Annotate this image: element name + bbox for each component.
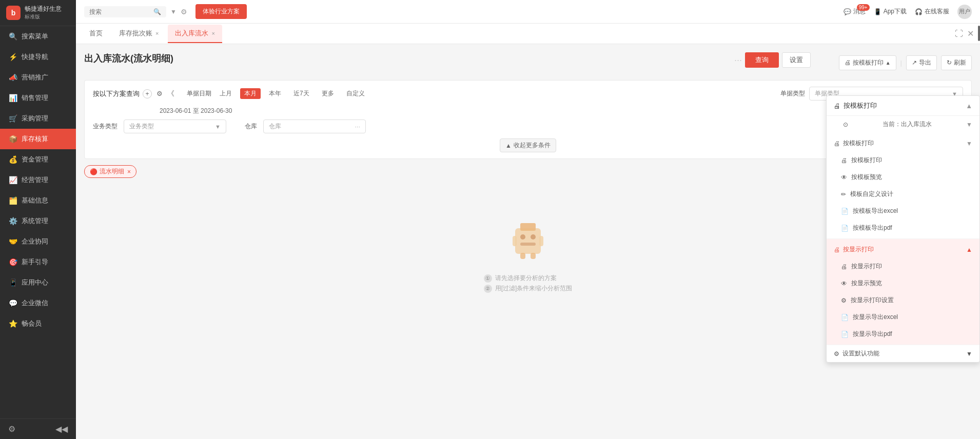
refresh-btn[interactable]: ↻ 刷新 [941, 55, 972, 70]
sidebar-item-operations[interactable]: 📈 经营管理 [0, 170, 76, 190]
tab-batch-close[interactable]: × [155, 30, 159, 36]
display-export-excel-item[interactable]: 📄 按显示导出excel [827, 309, 979, 326]
main-area: 🔍 ▼ ⚙ 体验行业方案 💬 消息 99+ 📱 App下载 🎧 在线客服 用户 [76, 0, 980, 439]
tab-flow-label: 出入库流水 [175, 29, 208, 38]
date-tag-custom[interactable]: 自定义 [342, 88, 369, 99]
date-section: 上月 本月 本年 近7天 更多 自定义 [215, 88, 369, 99]
sidebar-item-label: 经营管理 [22, 175, 48, 185]
footer-collapse-icon[interactable]: ◀◀ [55, 424, 68, 434]
sidebar-item-label: 营销推广 [22, 73, 48, 82]
sidebar-item-guide[interactable]: 🎯 新手引导 [0, 252, 76, 272]
sidebar-item-search[interactable]: 🔍 搜索菜单 [0, 26, 76, 47]
template-customize-item[interactable]: ✏ 模板自定义设计 [827, 186, 979, 203]
trial-button[interactable]: 体验行业方案 [195, 4, 247, 19]
more-options-icon[interactable]: ··· [734, 55, 742, 66]
date-tag-current-month[interactable]: 本月 [240, 88, 261, 99]
dropdown-footer[interactable]: ⚙ 设置默认功能 ▼ [827, 345, 979, 362]
tab-bar: 首页 库存批次账 × 出入库流水 × ⛶ ✕ [76, 24, 980, 44]
template-print-header[interactable]: 🖨 按模板打印 ▼ [827, 135, 979, 152]
template-export-excel-item[interactable]: 📄 按模板导出excel [827, 203, 979, 220]
business-type-select[interactable]: 业务类型 ▼ [124, 119, 226, 133]
sidebar-item-marketing[interactable]: 📣 营销推广 [0, 67, 76, 88]
sidebar-item-label: 基础信息 [22, 196, 48, 205]
step-2-num: ② [484, 285, 492, 293]
display-pdf-label: 按显示导出pdf [853, 330, 892, 338]
sidebar-item-sales[interactable]: 📊 销售管理 [0, 88, 76, 108]
sidebar-item-wechat[interactable]: 💬 企业微信 [0, 293, 76, 313]
template-preview-item[interactable]: 👁 按模板预览 [827, 169, 979, 186]
sidebar-item-app-center[interactable]: 📱 应用中心 [0, 272, 76, 293]
purchase-icon: 🛒 [8, 114, 17, 123]
display-print-section: 🖨 按显示打印 ▲ 🖨 按显示打印 👁 按显示预览 ⚙ [827, 239, 979, 345]
tab-batch[interactable]: 库存批次账 × [112, 25, 166, 43]
tab-home-label: 首页 [89, 29, 103, 38]
doc-type-label: 单据类型 [780, 89, 805, 98]
footer-arrow-icon: ▼ [966, 350, 972, 357]
filter-collapse-icon[interactable]: 《 [167, 89, 174, 98]
search-input[interactable] [89, 8, 153, 15]
sidebar-item-quick-nav[interactable]: ⚡ 快捷导航 [0, 47, 76, 67]
sidebar-item-label: 新手引导 [22, 257, 48, 267]
warehouse-select[interactable]: 仓库 ··· [263, 119, 366, 133]
warehouse-label: 仓库 [245, 122, 257, 131]
tab-close-icon[interactable]: ✕ [967, 29, 974, 38]
display-print-settings-item[interactable]: ⚙ 按显示打印设置 [827, 292, 979, 309]
date-tag-more[interactable]: 更多 [318, 88, 338, 99]
collapse-conditions-btn[interactable]: ▲ 收起更多条件 [500, 138, 556, 152]
topbar-chevron-icon[interactable]: ▼ [170, 8, 177, 15]
date-tag-last-month[interactable]: 上月 [215, 88, 236, 99]
app-logo: b 畅捷通好生意 标准版 [0, 0, 76, 26]
add-filter-btn[interactable]: + [143, 89, 152, 98]
settings-button[interactable]: 设置 [782, 52, 811, 68]
date-tag-7days[interactable]: 近7天 [289, 88, 313, 99]
display-export-pdf-item[interactable]: 📄 按显示导出pdf [827, 326, 979, 343]
query-button[interactable]: 查询 [745, 52, 779, 68]
topbar-search-box[interactable]: 🔍 [84, 6, 166, 17]
sidebar-item-inventory[interactable]: 📦 库存核算 [0, 129, 76, 149]
current-arrow-icon[interactable]: ▼ [966, 121, 972, 128]
marketing-icon: 📣 [8, 73, 17, 82]
template-print-header-label: 按模板打印 [843, 139, 874, 148]
chevron-up-icon: ▲ [505, 142, 512, 149]
sidebar-footer: ⚙ ◀◀ [0, 418, 76, 439]
display-preview-item[interactable]: 👁 按显示预览 [827, 275, 979, 292]
app-download-btn[interactable]: 📱 App下载 [874, 7, 907, 16]
topbar-gear-icon[interactable]: ⚙ [181, 8, 187, 16]
filter-settings-icon[interactable]: ⚙ [155, 89, 164, 98]
user-avatar[interactable]: 用户 [957, 5, 972, 19]
search-icon: 🔍 [8, 32, 17, 41]
step-2-text: 用[过滤]条件来缩小分析范围 [495, 284, 573, 293]
printer-icon: 🖨 [845, 59, 851, 66]
svg-point-2 [520, 234, 525, 240]
print-template-btn[interactable]: 🖨 按模板打印 ▲ [839, 55, 896, 70]
filter-tag-icon: 🔴 [90, 168, 97, 175]
template-print-item[interactable]: 🖨 按模板打印 [827, 152, 979, 169]
display-print-item[interactable]: 🖨 按显示打印 [827, 258, 979, 275]
template-export-excel-icon: 📄 [841, 208, 849, 215]
display-print-header[interactable]: 🖨 按显示打印 ▲ [827, 241, 979, 258]
dropdown-collapse-icon[interactable]: ▲ [966, 102, 972, 110]
tab-restore-icon[interactable]: ⛶ [955, 29, 963, 38]
sidebar-item-system[interactable]: ⚙️ 系统管理 [0, 211, 76, 231]
message-icon: 💬 [844, 8, 851, 15]
sidebar-item-purchase[interactable]: 🛒 采购管理 [0, 108, 76, 129]
sidebar-item-enterprise[interactable]: 🤝 企业协同 [0, 231, 76, 252]
display-print-icon: 🖨 [841, 263, 847, 270]
message-btn[interactable]: 💬 消息 99+ [844, 7, 866, 16]
date-tag-current-year[interactable]: 本年 [265, 88, 285, 99]
sidebar-item-basic[interactable]: 🗂️ 基础信息 [0, 190, 76, 211]
template-export-pdf-item[interactable]: 📄 按模板导出pdf [827, 220, 979, 236]
footer-settings-icon[interactable]: ⚙ [8, 424, 15, 434]
tab-flow[interactable]: 出入库流水 × [168, 25, 222, 43]
sidebar-item-finance[interactable]: 💰 资金管理 [0, 149, 76, 170]
export-btn[interactable]: ↗ 导出 [906, 55, 937, 70]
customer-service-label: 在线客服 [925, 7, 949, 16]
app-subtitle: 标准版 [25, 13, 62, 21]
sidebar-item-member[interactable]: ⭐ 畅会员 [0, 313, 76, 334]
refresh-icon: ↻ [947, 59, 952, 66]
customer-service-btn[interactable]: 🎧 在线客服 [915, 7, 949, 16]
tab-flow-close[interactable]: × [211, 30, 214, 36]
chevron-up-icon: ▲ [886, 60, 891, 66]
filter-tag-close[interactable]: × [127, 168, 131, 175]
tab-home[interactable]: 首页 [82, 25, 110, 43]
